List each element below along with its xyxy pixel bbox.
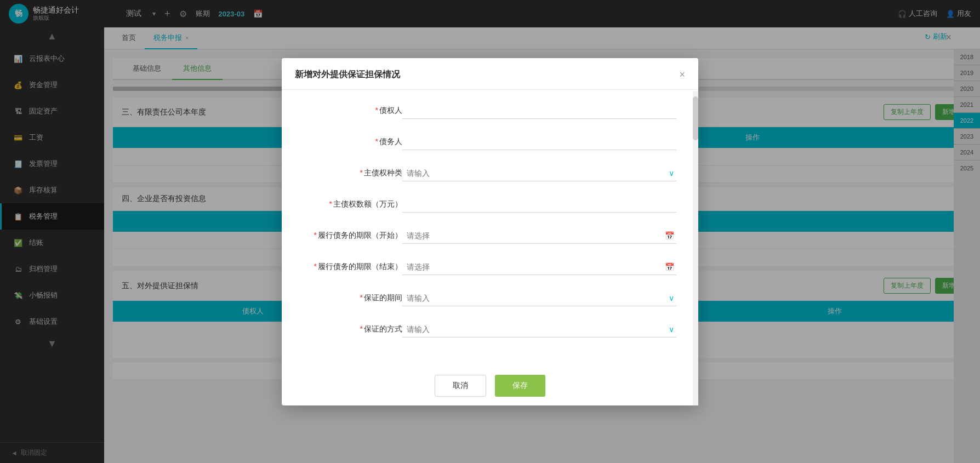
calendar-icon-end[interactable]: 📅: [665, 262, 676, 271]
input-creditor[interactable]: [402, 103, 676, 118]
form-row-debtor: *债务人: [304, 134, 676, 150]
label-creditor: *债权人: [304, 106, 402, 116]
label-debt-amount: *主债权数额（万元）: [304, 199, 402, 209]
label-guarantee-period: *保证的期间: [304, 293, 402, 303]
modal-dialog: 新增对外提供保证担保情况 × *债权人 *债务人: [282, 58, 698, 405]
label-guarantee-method: *保证的方式: [304, 324, 402, 334]
label-debt-type: *主债权种类: [304, 168, 402, 178]
form-row-guarantee-period: *保证的期间 ∨: [304, 290, 676, 306]
input-guarantee-method[interactable]: [402, 322, 669, 337]
save-button[interactable]: 保存: [495, 375, 545, 397]
chevron-down-icon-debt-type[interactable]: ∨: [669, 169, 676, 178]
input-period-end[interactable]: [402, 259, 665, 275]
chevron-down-icon-guarantee-method[interactable]: ∨: [669, 325, 676, 334]
chevron-down-icon-guarantee-period[interactable]: ∨: [669, 294, 676, 302]
modal-scroll-track[interactable]: [693, 91, 698, 405]
modal-overlay: 新增对外提供保证担保情况 × *债权人 *债务人: [0, 0, 980, 463]
label-debtor: *债务人: [304, 137, 402, 147]
modal-close-btn[interactable]: ×: [679, 70, 685, 79]
form-row-guarantee-method: *保证的方式 ∨: [304, 322, 676, 338]
input-debt-amount[interactable]: [402, 197, 676, 212]
form-row-debt-type: *主债权种类 ∨: [304, 165, 676, 181]
label-period-start: *履行债务的期限（开始）: [304, 231, 402, 241]
form-row-creditor: *债权人: [304, 103, 676, 119]
form-row-period-end: *履行债务的期限（结束） 📅: [304, 259, 676, 275]
input-debt-type[interactable]: [402, 165, 669, 181]
form-row-debt-amount: *主债权数额（万元）: [304, 197, 676, 213]
input-period-start[interactable]: [402, 228, 665, 243]
modal-title: 新增对外提供保证担保情况: [295, 69, 400, 81]
calendar-icon-start[interactable]: 📅: [665, 231, 676, 240]
input-guarantee-period[interactable]: [402, 290, 669, 306]
modal-header: 新增对外提供保证担保情况 ×: [282, 58, 698, 90]
modal-footer: 取消 保存: [282, 366, 698, 405]
modal-body: *债权人 *债务人 *主债权种类: [282, 90, 698, 366]
modal-scroll-thumb: [693, 96, 698, 140]
cancel-button[interactable]: 取消: [435, 375, 486, 397]
label-period-end: *履行债务的期限（结束）: [304, 262, 402, 272]
input-debtor[interactable]: [402, 134, 676, 150]
form-row-period-start: *履行债务的期限（开始） 📅: [304, 228, 676, 244]
